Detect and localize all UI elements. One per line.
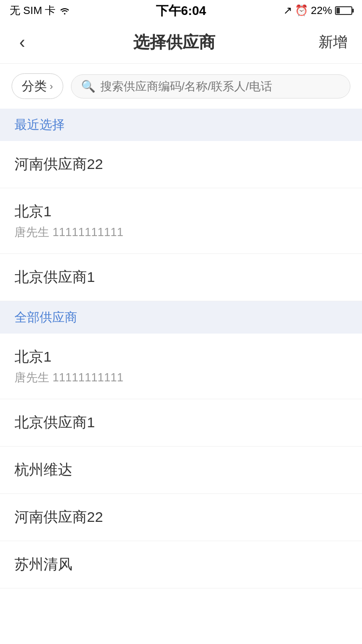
list-item[interactable]: 北京1唐先生 11111111111 <box>0 334 362 399</box>
item-name: 北京1 <box>14 347 348 367</box>
wifi-icon <box>59 7 70 14</box>
search-box[interactable]: 🔍 <box>71 74 350 98</box>
category-label: 分类 <box>22 78 47 95</box>
list-item[interactable]: 苏州清风 <box>0 541 362 588</box>
list-item[interactable]: 杭州维达 <box>0 447 362 494</box>
nav-bar: ‹ 选择供应商 新增 <box>0 21 362 64</box>
section-header-recent: 最近选择 <box>0 109 362 141</box>
section-header-all: 全部供应商 <box>0 301 362 334</box>
content-area: 最近选择河南供应商22北京1唐先生 11111111111北京供应商1全部供应商… <box>0 109 362 588</box>
status-time: 下午6:04 <box>156 2 206 19</box>
list-item[interactable]: 北京供应商1 <box>0 254 362 301</box>
add-button[interactable]: 新增 <box>319 32 348 52</box>
battery-icon <box>335 6 352 15</box>
item-name: 北京供应商1 <box>14 267 348 287</box>
search-input[interactable] <box>100 80 340 93</box>
status-right: ↗ ⏰ 22% <box>283 4 352 17</box>
page-title: 选择供应商 <box>133 31 215 54</box>
status-left: 无 SIM 卡 <box>10 3 70 18</box>
list-item[interactable]: 北京1唐先生 11111111111 <box>0 188 362 254</box>
location-icon: ↗ <box>283 4 292 17</box>
item-sub: 唐先生 11111111111 <box>14 370 348 385</box>
category-filter[interactable]: 分类 › <box>12 73 63 99</box>
filter-bar: 分类 › 🔍 <box>0 64 362 109</box>
list-item[interactable]: 河南供应商22 <box>0 494 362 541</box>
list-item[interactable]: 河南供应商22 <box>0 141 362 188</box>
sim-label: 无 SIM 卡 <box>10 3 56 18</box>
item-name: 河南供应商22 <box>14 154 348 174</box>
item-name: 北京供应商1 <box>14 413 348 433</box>
battery-percent: 22% <box>311 4 332 17</box>
back-button[interactable]: ‹ <box>14 28 30 57</box>
item-name: 杭州维达 <box>14 460 348 480</box>
alarm-icon: ⏰ <box>295 4 308 17</box>
chevron-right-icon: › <box>50 81 53 92</box>
item-name: 河南供应商22 <box>14 507 348 527</box>
item-sub: 唐先生 11111111111 <box>14 224 348 240</box>
list-item[interactable]: 北京供应商1 <box>0 399 362 447</box>
item-name: 北京1 <box>14 202 348 222</box>
search-icon: 🔍 <box>81 80 96 93</box>
item-name: 苏州清风 <box>14 555 348 574</box>
status-bar: 无 SIM 卡 下午6:04 ↗ ⏰ 22% <box>0 0 362 21</box>
